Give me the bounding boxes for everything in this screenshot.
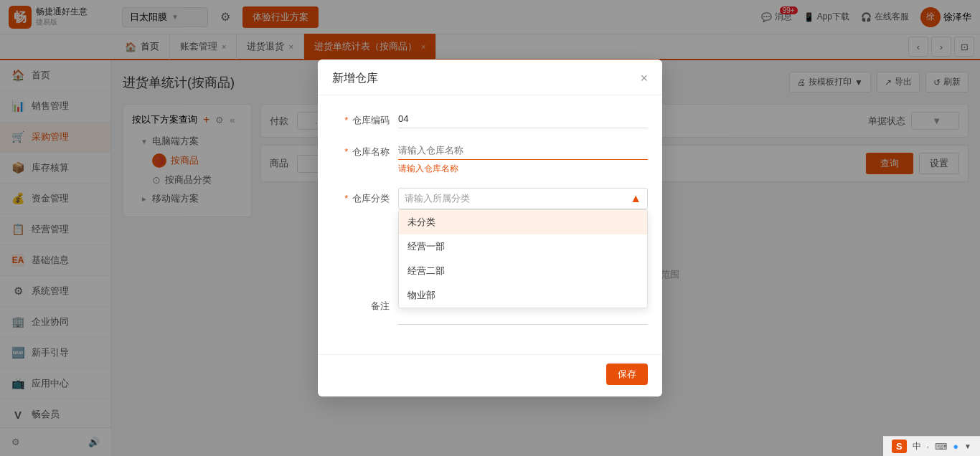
dialog-body: * 仓库编码 * 仓库名称 请输入仓库名称 — [318, 95, 662, 354]
circle-icon: ● — [953, 441, 958, 452]
code-label-text: 仓库编码 — [352, 115, 390, 125]
form-row-name: * 仓库名称 请输入仓库名称 — [332, 141, 648, 175]
category-control: 请输入所属分类 ▲ 未分类 经营一部 经营二部 物业部 — [398, 188, 648, 209]
dialog-header: 新增仓库 × — [318, 60, 662, 95]
category-required-mark: * — [344, 193, 348, 204]
dialog-title: 新增仓库 — [332, 71, 378, 86]
category-label-text: 仓库分类 — [352, 193, 390, 204]
dialog-close-button[interactable]: × — [640, 71, 648, 86]
dropdown-item-1[interactable]: 经营一部 — [399, 234, 647, 259]
triangle-icon: ▼ — [964, 442, 971, 450]
name-label-text: 仓库名称 — [352, 146, 390, 157]
dropdown-item-3[interactable]: 物业部 — [399, 283, 647, 308]
dropdown-item-2[interactable]: 经营二部 — [399, 259, 647, 283]
status-bar: S 中 · ⌨ ● ▼ — [883, 436, 980, 456]
notes-label-text: 备注 — [371, 300, 390, 311]
notes-label: 备注 — [332, 295, 390, 313]
name-required-mark: * — [344, 146, 348, 157]
dialog-footer: 保存 — [318, 354, 662, 396]
form-row-code: * 仓库编码 — [332, 110, 648, 128]
dropdown-item-0[interactable]: 未分类 — [399, 210, 647, 234]
form-row-category: * 仓库分类 请输入所属分类 ▲ 未分类 经营一部 经营二部 物业部 — [332, 188, 648, 209]
name-control: 请输入仓库名称 — [398, 141, 648, 175]
code-input[interactable] — [398, 110, 648, 128]
category-placeholder: 请输入所属分类 — [405, 192, 470, 205]
dot-icon: · — [927, 441, 930, 452]
category-select[interactable]: 请输入所属分类 ▲ — [398, 188, 648, 209]
modal-overlay[interactable]: 新增仓库 × * 仓库编码 * 仓库名称 — [0, 0, 980, 456]
lang-icon: 中 — [913, 440, 921, 452]
select-arrow-up-icon: ▲ — [630, 192, 641, 205]
dialog-new-warehouse: 新增仓库 × * 仓库编码 * 仓库名称 — [318, 60, 662, 396]
category-dropdown-list: 未分类 经营一部 经营二部 物业部 — [398, 209, 648, 308]
brand-badge: S — [892, 440, 907, 453]
code-required-mark: * — [344, 115, 348, 125]
name-label: * 仓库名称 — [332, 141, 390, 158]
code-control — [398, 110, 648, 128]
name-error-message: 请输入仓库名称 — [398, 163, 648, 175]
code-label: * 仓库编码 — [332, 110, 390, 127]
category-label: * 仓库分类 — [332, 188, 390, 205]
name-input[interactable] — [398, 141, 648, 160]
keyboard-icon: ⌨ — [935, 442, 947, 452]
save-button[interactable]: 保存 — [606, 364, 648, 385]
